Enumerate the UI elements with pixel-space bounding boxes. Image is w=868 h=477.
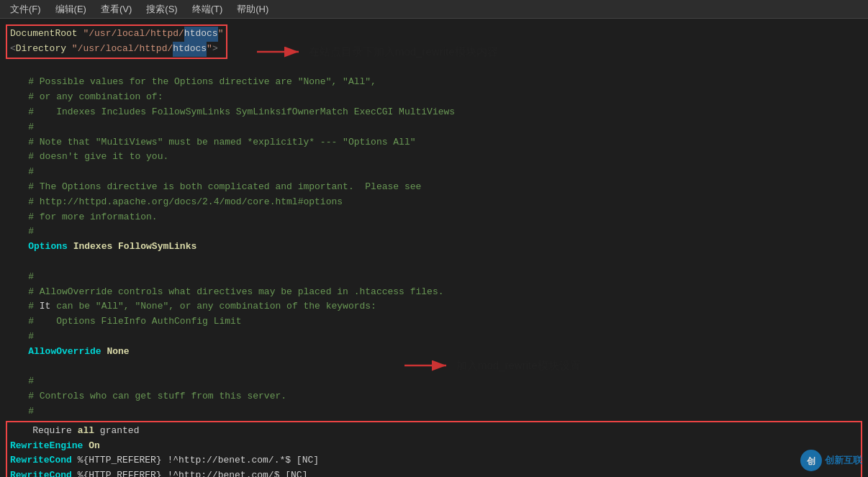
code-rewritecond-1: RewriteCond <box>10 453 78 468</box>
code-require-all: all <box>78 424 94 439</box>
menu-view[interactable]: 查看(V) <box>94 1 139 17</box>
code-rewritecond-2-val: %{HTTP_REFERER} !^http://benet.com/$ [NC… <box>78 468 308 477</box>
main-area: DocumentRoot "/usr/local/httpd/htdocs" <… <box>0 19 868 477</box>
code-comment-14: # <box>6 299 40 314</box>
rewrite-box: Require all granted RewriteEngine On Rew… <box>6 421 862 477</box>
code-docroot-htdocs: htdocs <box>184 27 218 42</box>
watermark-icon: 创 <box>803 453 819 468</box>
code-rewritecond-1-val: %{HTTP_REFERER} !^http://benet.com/.*$ [… <box>78 453 319 468</box>
code-comment-16: # <box>6 330 34 345</box>
code-it: It <box>40 299 51 314</box>
code-comment-14b: can be "All", "None", or any combination… <box>50 299 376 314</box>
code-comment-15: # Options FileInfo AuthConfig Limit <box>6 314 242 330</box>
code-rewriteengine-on: On <box>89 439 100 454</box>
watermark-logo: 创 <box>800 450 822 471</box>
code-options-value: Indexes FollowSymLinks <box>73 240 197 255</box>
svg-text:创: 创 <box>806 456 815 466</box>
code-comment-12: # <box>6 270 34 285</box>
code-dir-path: "/usr/local/httpd/ <box>72 42 173 57</box>
code-rewritecond-2: RewriteCond <box>10 468 78 477</box>
watermark-label: 创新互联 <box>825 454 862 467</box>
code-comment-8: # The Options directive is both complica… <box>6 180 421 195</box>
code-dir-htdocs: htdocs <box>173 42 207 57</box>
code-comment-10: # for more information. <box>6 210 158 225</box>
code-comment-13: # AllowOverride controls what directives… <box>6 285 444 300</box>
code-indent1 <box>6 60 12 76</box>
code-comment-19: # <box>6 404 34 419</box>
code-dir-tag: Directory <box>16 42 72 57</box>
annotation-top: 在站点目录下加入mod_rewrite模块内容 <box>256 42 498 62</box>
code-dir-open: < <box>10 42 16 57</box>
app-window: 文件(F) 编辑(E) 查看(V) 搜索(S) 终端(T) 帮助(H) Docu… <box>0 0 868 477</box>
code-comment-6: # doesn't give it to you. <box>6 150 168 165</box>
menu-file[interactable]: 文件(F) <box>3 1 48 17</box>
code-docroot-quote: " <box>218 27 224 42</box>
code-blank-1 <box>6 255 12 270</box>
code-comment-4: # <box>6 120 34 135</box>
code-rewriteengine: RewriteEngine <box>10 439 89 454</box>
code-allowoverride-keyword: AllowOverride <box>6 345 107 360</box>
arrow-right-icon <box>256 42 306 62</box>
code-comment-17: # <box>6 374 34 389</box>
code-dir-quote: " <box>207 42 212 57</box>
code-comment-5: # Note that "MultiViews" must be named *… <box>6 135 416 150</box>
menu-search[interactable]: 搜索(S) <box>139 1 184 17</box>
code-docroot-path: "/usr/local/httpd/ <box>83 27 184 42</box>
menu-edit[interactable]: 编辑(E) <box>48 1 94 17</box>
code-blank-2 <box>6 360 12 375</box>
code-comment-11: # <box>6 224 34 240</box>
code-editor[interactable]: DocumentRoot "/usr/local/httpd/htdocs" <… <box>0 19 868 477</box>
menubar: 文件(F) 编辑(E) 查看(V) 搜索(S) 终端(T) 帮助(H) <box>0 0 868 19</box>
code-require-indent: Require <box>10 424 78 439</box>
annotation-bottom: 加入mod_rewrite模块设置 <box>403 355 581 376</box>
annotation-top-text: 在站点目录下加入mod_rewrite模块内容 <box>309 43 498 60</box>
code-comment-3: # Indexes Includes FollowSymLinks SymLin… <box>6 105 455 120</box>
annotation-bottom-text: 加入mod_rewrite模块设置 <box>456 357 581 374</box>
code-dir-close-bracket: > <box>212 42 218 57</box>
menu-help[interactable]: 帮助(H) <box>230 1 276 17</box>
code-options-keyword: Options <box>6 240 73 255</box>
code-comment-18: # Controls who can get stuff from this s… <box>6 389 286 404</box>
code-docroot-keyword: DocumentRoot <box>10 27 83 42</box>
code-require-granted: granted <box>94 424 139 439</box>
code-comment-7: # <box>6 165 34 180</box>
code-comment-2: # or any combination of: <box>6 90 163 105</box>
code-comment-1: # Possible values for the Options direct… <box>6 75 376 90</box>
menu-terminal[interactable]: 终端(T) <box>185 1 230 17</box>
code-comment-9: # http://httpd.apache.org/docs/2.4/mod/c… <box>6 195 343 210</box>
arrow-right-bottom-icon <box>403 355 453 376</box>
watermark: 创 创新互联 <box>800 450 862 471</box>
code-allowoverride-value: None <box>107 345 129 360</box>
